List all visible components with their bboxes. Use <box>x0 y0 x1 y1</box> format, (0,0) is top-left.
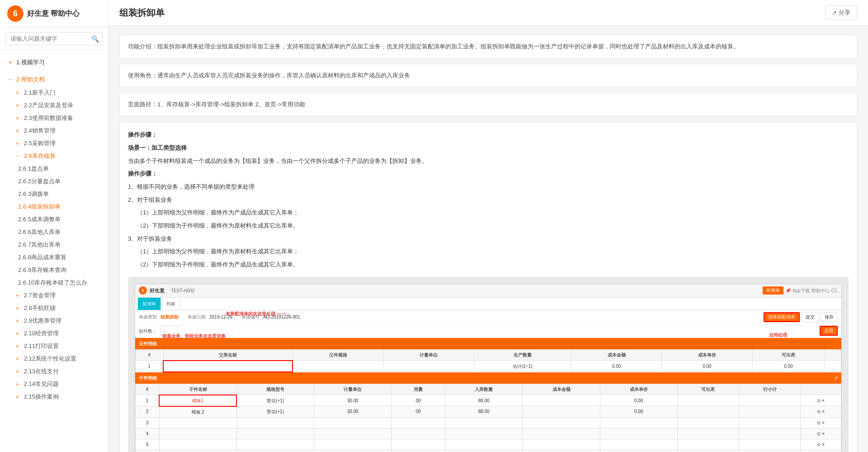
brand-name: 好生意 帮助中心 <box>27 9 80 19</box>
share-label: 分享 <box>839 9 850 17</box>
inner-topbar: 6 好生意 TEST-H002 新增单 📌 App下载 帮助中心 CC <box>135 284 841 298</box>
intro-block: 功能介绍：组装拆卸单用来处理企业组装或拆卸等加工业务，支持有固定装配清单的产品加… <box>119 35 857 58</box>
sidebar-item-finance[interactable]: ＋ 2.7资金管理 <box>0 289 108 302</box>
sidebar-item-sales[interactable]: ＋ 2.4销售管理 <box>0 124 108 137</box>
inner-bcol-child-name: 子件名称 <box>159 384 236 395</box>
sidebar-item-stock-ledger[interactable]: 2.6.9库存账本查询 <box>0 264 108 276</box>
inner-top-cell-num: 1 <box>136 361 164 372</box>
plus-icon-211: ＋ <box>14 343 20 349</box>
sidebar-item-stocktake[interactable]: 2.6.1盘点单 <box>0 162 108 175</box>
page-title: 组装拆卸单 <box>119 7 165 19</box>
inner-bottom-table: # 子件名称 规格型号 计量单位 用量 入库数量 成本金额 成本单价 可出库 <box>135 384 841 452</box>
inner-bottom-expand-icon: ⤢ <box>834 374 838 382</box>
sidebar-item-video[interactable]: ＋ 1.视频学习 <box>0 56 108 69</box>
label-265: 2.6.5成本调整单 <box>18 216 61 223</box>
sidebar-item-help-docs[interactable]: － 2.帮助文档 <box>0 73 108 86</box>
sidebar-item-other-inbound[interactable]: 2.6.6其他入库单 <box>0 226 108 238</box>
sidebar-item-coupon[interactable]: ＋ 2.9优惠券管理 <box>0 314 108 327</box>
label-21: 2.1新手入门 <box>24 89 56 96</box>
sidebar-item-print[interactable]: ＋ 2.11打印设置 <box>0 340 108 352</box>
path-text: 页面路径：1、库存核算->库存管理->组装拆卸单 2、首页->常用功能 <box>128 101 305 108</box>
inner-bottom-row-6: 6 <box>136 450 841 452</box>
label-23: 2.3使用前数据准备 <box>24 114 73 121</box>
sidebar-item-transfer[interactable]: 2.6.3调拨单 <box>0 188 108 200</box>
inner-nav-area: 新增单 列表 <box>135 298 841 310</box>
inner-tab-list[interactable]: 列表 <box>162 298 180 310</box>
sidebar-item-purchase[interactable]: ＋ 2.5采购管理 <box>0 137 108 150</box>
sidebar: 6 好生意 帮助中心 🔍 ＋ 1.视频学习 － 2.帮助文档 ＋ 2.1新手入 <box>0 0 108 452</box>
step3-1-text: （1）上部明细为父件明细，最终作为原材料生成其它出库单； <box>137 246 849 257</box>
inner-bcol-unit: 计量单位 <box>314 384 392 395</box>
plus-icon-1: ＋ <box>7 58 14 67</box>
inner-icon-pin: 📌 <box>785 286 791 295</box>
label-26: 2.6库存核算 <box>24 152 56 159</box>
plus-icon-27: ＋ <box>14 292 20 299</box>
sidebar-item-stock-ledger-fix[interactable]: 2.6.10库存账本错了怎么办 <box>0 276 108 289</box>
sidebar-item-personalize[interactable]: ＋ 2.12系统个性化设置 <box>0 352 108 365</box>
plus-icon-212: ＋ <box>14 355 20 362</box>
label-214: 2.14常见问题 <box>24 381 59 387</box>
inner-top-cell-costprice: 0.00 <box>662 361 752 372</box>
inner-bottom-row-5: 5 <box>136 439 841 450</box>
inner-date-label: 单据日期 <box>188 313 206 321</box>
plus-icon-214: ＋ <box>14 381 20 387</box>
scenario1-title: 场景一：加工类型选择 <box>128 144 187 151</box>
inner-enable-btn[interactable]: 启用 <box>820 326 838 336</box>
inner-col-cost-amt: 成本金额 <box>571 349 661 361</box>
sidebar-item-other-outbound[interactable]: 2.6.7其他出库单 <box>0 238 108 251</box>
inner-icon-app: App下载 <box>793 286 810 295</box>
sidebar-item-faq[interactable]: ＋ 2.14常见问题 <box>0 378 108 390</box>
label-267: 2.6.7其他出库单 <box>18 241 61 248</box>
sidebar-item-data-prep[interactable]: ＋ 2.3使用前数据准备 <box>0 112 108 124</box>
inner-top-name-input[interactable] <box>214 364 241 369</box>
sidebar-item-cases[interactable]: ＋ 2.15操作案例 <box>0 390 108 403</box>
sidebar-item-assembly[interactable]: 2.6.4组装拆卸单 <box>0 200 108 213</box>
sidebar-item-inventory[interactable]: － 2.6库存核算 <box>0 150 108 162</box>
search-input[interactable] <box>5 32 103 45</box>
nav-list: ＋ 1.视频学习 － 2.帮助文档 ＋ 2.1新手入门 ＋ 2.2产品安装及登录 <box>0 50 108 452</box>
sidebar-item-install[interactable]: ＋ 2.2产品安装及登录 <box>0 99 108 112</box>
inner-bcol-num: # <box>136 384 160 395</box>
inner-tab-new-doc[interactable]: 新增单 <box>138 298 161 310</box>
sidebar-item-online-pay[interactable]: ＋ 2.13在线支付 <box>0 365 108 378</box>
share-button[interactable]: ↗ 分享 <box>825 5 857 20</box>
annotation-enable: 启用处理 <box>769 331 787 339</box>
annotation-toggle: 组装业务、拆卸业务在这里切换 <box>162 332 226 340</box>
inner-bcol-costamt: 成本金额 <box>523 384 600 395</box>
label-212: 2.12系统个性化设置 <box>24 355 76 362</box>
sidebar-item-cost-adjust[interactable]: 2.6.5成本调整单 <box>0 213 108 226</box>
scenario1-desc: 当由多个子件材料组装成一个成品的业务为【组装】业务，当由一个父件拆分成多个子产品… <box>128 156 849 167</box>
inner-submit-btn[interactable]: 提交 <box>802 312 819 322</box>
inner-bottom-row-1: 1 模板1 暂估(+1) 30.00 00 88.00 0.00 <box>136 395 841 406</box>
path-block: 页面路径：1、库存核算->库存管理->组装拆卸单 2、首页->常用功能 <box>119 93 857 116</box>
inner-bcol-spec: 规格型号 <box>236 384 314 395</box>
label-211: 2.11打印设置 <box>24 343 59 349</box>
inner-topbar-id: TEST-H002 <box>171 286 194 295</box>
plus-icon-28: ＋ <box>14 305 20 311</box>
inner-bcol-costprice: 成本单价 <box>600 384 677 395</box>
inner-top-cell-name <box>163 361 292 372</box>
sidebar-item-partial-stocktake[interactable]: 2.6.2分量盘点单 <box>0 175 108 188</box>
inner-col-prod-qty: 生产数量 <box>474 349 571 361</box>
sidebar-item-cost-recalc[interactable]: 2.6.8商品成本重算 <box>0 251 108 264</box>
mock-screen: 6 好生意 TEST-H002 新增单 📌 App下载 帮助中心 CC <box>128 277 848 452</box>
inner-new-doc-btn[interactable]: 新增单 <box>763 286 783 295</box>
content-area: 功能介绍：组装拆卸单用来处理企业组装或拆卸等加工业务，支持有固定装配清单的产品加… <box>108 26 868 452</box>
sidebar-item-management[interactable]: ＋ 2.10经营管理 <box>0 327 108 340</box>
inner-save-btn[interactable]: 保存 <box>821 312 838 322</box>
plus-icon-21: ＋ <box>14 89 20 96</box>
role-text: 使用角色：通常由生产人员或库管人员完成拆装业务的操作，库管人员确认原材料的出库和… <box>128 72 410 79</box>
main-content: 组装拆卸单 ↗ 分享 功能介绍：组装拆卸单用来处理企业组装或拆卸等加工业务，支持… <box>108 0 868 452</box>
app-logo: 6 <box>7 5 24 22</box>
inner-bottom-row-2: 2 模板 2 暂估(+1) 30.00 00 88.00 0.00 <box>136 406 841 418</box>
screenshot-container: 6 好生意 TEST-H002 新增单 📌 App下载 帮助中心 CC <box>128 277 849 452</box>
label-215: 2.15操作案例 <box>24 393 59 400</box>
inner-col-parent-name: 父类名称 <box>163 349 292 361</box>
sidebar-item-newbie[interactable]: ＋ 2.1新手入门 <box>0 86 108 99</box>
inner-top-cell-prodqty: 估计(1~1) <box>474 361 571 372</box>
inner-select-bom-btn[interactable]: 选择装配清单 <box>764 312 800 322</box>
inner-form: 单据类型 组装拆卸 单据日期 2019-12-26 单据编号 AD-201912… <box>135 310 841 324</box>
sidebar-item-mobile[interactable]: ＋ 2.8手机旺辅 <box>0 302 108 314</box>
inner-bcol-subtotal: 行小计 <box>739 384 801 395</box>
inner-top-row-1: 1 估计(1~1) 0.00 0.00 0.00 <box>136 361 841 372</box>
